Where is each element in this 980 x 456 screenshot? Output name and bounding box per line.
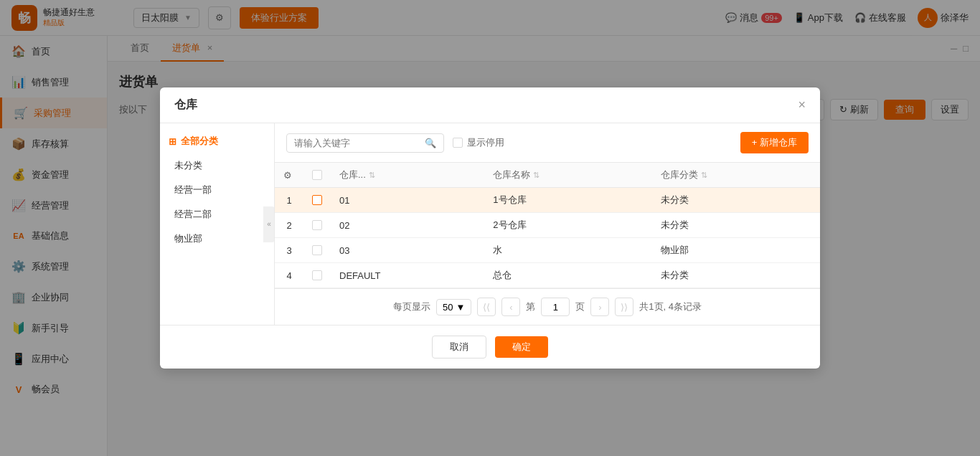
select-all-checkbox[interactable] [312,170,322,180]
th-checkbox [303,163,331,188]
page-number-input[interactable] [541,298,570,316]
modal-overlay: 仓库 × ⊞ 全部分类 未分类 经营一部 经营二部 物业部 « [0,0,980,456]
row-num: 3 [275,238,303,263]
confirm-btn[interactable]: 确定 [495,336,548,358]
row-checkbox[interactable] [303,263,331,288]
sort-icon: ⇅ [369,171,375,180]
row-num: 4 [275,263,303,288]
next-page-btn[interactable]: › [590,298,609,316]
category-panel: ⊞ 全部分类 未分类 经营一部 经营二部 物业部 « [160,123,275,325]
page-size-value: 50 [443,302,453,313]
search-bar: 🔍 显示停用 + 新增仓库 [275,123,820,163]
first-page-btn[interactable]: ⟨⟨ [477,298,496,316]
table-body: 1 01 1号仓库 未分类 2 02 2号仓库 [275,188,820,288]
warehouse-modal: 仓库 × ⊞ 全部分类 未分类 经营一部 经营二部 物业部 « [160,87,820,369]
table-row[interactable]: 3 03 水 物业部 [275,238,820,263]
row-checkbox[interactable] [303,238,331,263]
row-checkbox[interactable] [303,188,331,213]
category-item-property[interactable]: 物业部 [160,227,274,251]
row-code: 03 [331,238,484,263]
row-code: 01 [331,188,484,213]
th-category-sort[interactable]: 仓库分类 ⇅ [661,168,811,181]
row-name: 1号仓库 [484,188,652,213]
th-category-label: 仓库分类 [661,168,698,181]
sort-icon: ⇅ [701,171,707,180]
category-item-dept1[interactable]: 经营一部 [160,178,274,202]
th-name: 仓库名称 ⇅ [484,163,652,188]
search-input[interactable] [294,138,425,148]
table-row[interactable]: 4 DEFAULT 总仓 未分类 [275,263,820,288]
row-num: 2 [275,213,303,238]
pagination: 每页显示 50 ▼ ⟨⟨ ‹ 第 页 › ⟩⟩ 共1页, 4条记录 [275,288,820,325]
th-name-sort[interactable]: 仓库名称 ⇅ [493,168,644,181]
modal-footer: 取消 确定 [160,325,820,369]
row-category: 未分类 [652,263,820,288]
th-settings: ⚙ [275,163,303,188]
page-unit: 页 [575,300,585,313]
row-checkbox[interactable] [303,213,331,238]
warehouse-table: ⚙ 仓库... ⇅ [275,163,820,288]
th-code: 仓库... ⇅ [331,163,484,188]
sort-icon: ⇅ [533,171,540,180]
row-name: 水 [484,238,652,263]
category-item-dept2[interactable]: 经营二部 [160,202,274,227]
total-info: 共1页, 4条记录 [639,300,702,313]
row-category: 未分类 [652,188,820,213]
modal-close-btn[interactable]: × [798,98,806,113]
grid-icon: ⊞ [169,136,176,147]
th-name-label: 仓库名称 [493,168,530,181]
category-collapse-btn[interactable]: « [263,206,275,242]
table-row[interactable]: 1 01 1号仓库 未分类 [275,188,820,213]
prev-page-btn[interactable]: ‹ [501,298,520,316]
row-num: 1 [275,188,303,213]
last-page-btn[interactable]: ⟩⟩ [615,298,633,316]
show-disabled-label: 显示停用 [467,136,504,149]
category-item-unclassified[interactable]: 未分类 [160,153,274,178]
search-icon[interactable]: 🔍 [425,138,436,148]
all-categories-label: 全部分类 [181,135,218,148]
page-size-select[interactable]: 50 ▼ [436,299,471,315]
row-code: DEFAULT [331,263,484,288]
search-input-wrap: 🔍 [286,133,444,153]
modal-body: ⊞ 全部分类 未分类 经营一部 经营二部 物业部 « 🔍 [160,123,820,325]
th-code-sort[interactable]: 仓库... ⇅ [339,168,476,181]
page-size-arrow: ▼ [456,302,465,313]
table-panel: 🔍 显示停用 + 新增仓库 ⚙ [275,123,820,325]
per-page-label: 每页显示 [393,300,430,313]
modal-title: 仓库 [174,98,197,113]
table-header-row: ⚙ 仓库... ⇅ [275,163,820,188]
table-row[interactable]: 2 02 2号仓库 未分类 [275,213,820,238]
cancel-btn[interactable]: 取消 [432,336,486,358]
row-name: 总仓 [484,263,652,288]
add-warehouse-btn[interactable]: + 新增仓库 [740,132,809,153]
th-category: 仓库分类 ⇅ [652,163,820,188]
th-code-label: 仓库... [339,168,366,181]
row-name: 2号仓库 [484,213,652,238]
table-container: ⚙ 仓库... ⇅ [275,163,820,288]
all-categories-item[interactable]: ⊞ 全部分类 [160,129,274,153]
modal-header: 仓库 × [160,87,820,123]
row-category: 物业部 [652,238,820,263]
collapse-icon: « [267,220,271,228]
row-category: 未分类 [652,213,820,238]
show-disabled-checkbox[interactable]: 显示停用 [453,136,504,149]
page-label: 第 [526,300,535,313]
row-code: 02 [331,213,484,238]
settings-th-icon: ⚙ [283,170,292,181]
disabled-checkbox[interactable] [453,138,463,148]
